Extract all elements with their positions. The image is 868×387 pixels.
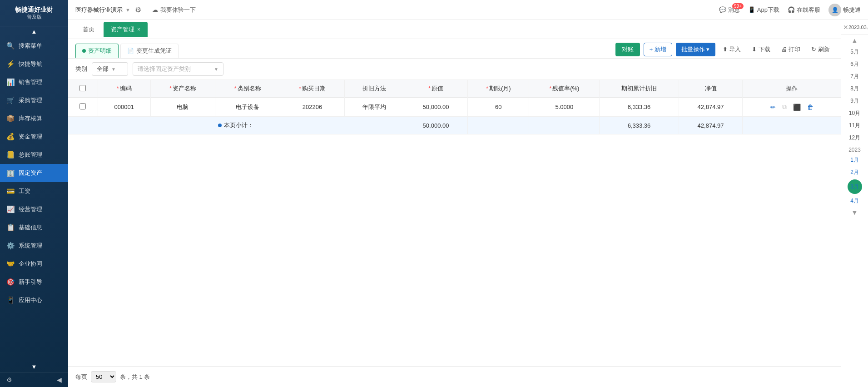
- cal-prev-month[interactable]: 6月: [841, 58, 868, 70]
- category-input[interactable]: 请选择固定资产类别 ▼: [133, 62, 223, 76]
- cal-month-4[interactable]: 4月: [841, 195, 868, 207]
- col-period: *期限(月): [468, 80, 529, 98]
- sidebar-scroll-down[interactable]: ▼: [0, 362, 68, 372]
- cal-month-2[interactable]: 2月: [841, 166, 868, 179]
- delete-btn[interactable]: 🗑: [805, 103, 815, 112]
- tab-home[interactable]: 首页: [75, 22, 102, 37]
- company-chevron: ▼: [125, 7, 130, 13]
- sidebar-item-search[interactable]: 🔍 搜索菜单: [0, 37, 68, 55]
- refresh-btn[interactable]: ↻ 刷新: [808, 43, 833, 56]
- tab-close-btn[interactable]: ×: [137, 26, 140, 33]
- rs-close-btn[interactable]: ✕: [843, 24, 848, 31]
- action-btns: ✏ ⧉ ⬛ 🗑: [748, 102, 835, 112]
- category-filter-label: 类别: [75, 65, 87, 73]
- cal-prev-month[interactable]: 8月: [841, 83, 868, 95]
- col-original_value: *原值: [404, 80, 467, 98]
- row-checkbox[interactable]: [79, 103, 86, 109]
- cal-prev-month[interactable]: 12月: [841, 132, 868, 144]
- batch-btn[interactable]: 批量操作 ▾: [676, 43, 715, 56]
- purchase-icon: 🛒: [6, 96, 15, 104]
- col-name: *资产名称: [150, 80, 215, 98]
- table-header-row: *编码*资产名称*类别名称*购买日期折旧方法*原值*期限(月)*残值率(%)期初…: [68, 80, 841, 98]
- company-selector[interactable]: 医疗器械行业演示 ▼: [75, 6, 130, 14]
- settings-icon[interactable]: ⚙: [6, 376, 12, 383]
- sidebar-item-inventory[interactable]: 📦 库存核算: [0, 109, 68, 128]
- reconcile-btn[interactable]: 对账: [615, 43, 640, 56]
- online-service-action[interactable]: 🎧 在线客服: [788, 6, 820, 14]
- cal-prev-month[interactable]: 11月: [841, 119, 868, 132]
- sub-tab-change-voucher[interactable]: 📄 变更生成凭证: [120, 44, 179, 58]
- sidebar-scroll-up[interactable]: ▲: [0, 26, 68, 37]
- cal-down-btn[interactable]: ▼: [841, 207, 868, 218]
- app-download-action[interactable]: 📱 App下载: [748, 6, 779, 14]
- sidebar-item-label: 应用中心: [19, 296, 42, 304]
- sidebar-item-guide[interactable]: 🎯 新手引导: [0, 273, 68, 291]
- cell-period: 60: [468, 98, 529, 117]
- col-actions: 操作: [743, 80, 841, 98]
- toolbar-right-area: 对账+ 新增批量操作 ▾⬆ 导入⬇ 下载🖨 打印↻ 刷新: [615, 43, 833, 58]
- message-icon: 💬: [719, 6, 726, 13]
- cal-prev-month[interactable]: 5月: [841, 46, 868, 58]
- sidebar-item-label: 系统管理: [19, 242, 42, 250]
- app-logo[interactable]: 畅捷通好业财 普及版: [0, 0, 68, 26]
- import-btn[interactable]: ⬆ 导入: [719, 43, 745, 56]
- page-size-select[interactable]: 102050100: [91, 371, 116, 382]
- tab-asset-manage[interactable]: 资产管理 ×: [104, 22, 148, 37]
- sidebar-item-cooperation[interactable]: 🤝 企业协同: [0, 255, 68, 273]
- sidebar-item-quick-nav[interactable]: ⚡ 快捷导航: [0, 55, 68, 73]
- right-sidebar: ✕ 2023.03 ⤢ ▲5月6月7月8月9月10月11月12月20231月2月…: [841, 20, 868, 387]
- cell-purchase_date: 202206: [280, 98, 345, 117]
- sidebar-item-fixed-assets[interactable]: 🏢 固定资产: [0, 164, 68, 182]
- cal-prev-month[interactable]: 10月: [841, 107, 868, 119]
- company-settings-icon[interactable]: ⚙: [135, 5, 141, 14]
- basic-info-icon: 📋: [6, 223, 15, 232]
- tab-label: 资产管理: [111, 25, 134, 34]
- subtotal-period: [468, 117, 529, 134]
- sidebar-item-basic-info[interactable]: 📋 基础信息: [0, 218, 68, 237]
- table-row: 000001电脑电子设备202206年限平均50,000.00605.00006…: [68, 98, 841, 117]
- sidebar-item-label: 经营管理: [19, 205, 42, 213]
- cell-name: 电脑: [150, 98, 215, 117]
- cal-prev-month[interactable]: 9月: [841, 95, 868, 107]
- sidebar-item-general-ledger[interactable]: 📒 总账管理: [0, 146, 68, 164]
- select-all-checkbox[interactable]: [79, 85, 86, 91]
- category-select[interactable]: 全部 ▼: [92, 62, 128, 76]
- messages-badge: 99+: [732, 3, 744, 9]
- cal-current-year: 2023: [841, 144, 868, 154]
- main-wrapper: 医疗器械行业演示 ▼ ⚙ ☁ 我要体验一下 💬 消息 99+ 📱 App下载 🎧…: [68, 0, 868, 387]
- sidebar-item-payroll[interactable]: 💳 工资: [0, 182, 68, 200]
- subtotal-net-value: 42,874.97: [679, 117, 742, 134]
- sidebar-item-label: 库存核算: [19, 114, 42, 123]
- cal-up-btn[interactable]: ▲: [841, 35, 868, 46]
- more-btn[interactable]: ⬛: [791, 103, 803, 112]
- copy-btn[interactable]: ⧉: [780, 102, 789, 112]
- sub-tab-asset-detail[interactable]: 资产明细: [75, 44, 119, 58]
- sidebar-item-label: 新手引导: [19, 278, 42, 286]
- user-action[interactable]: 👤 畅捷通: [828, 4, 861, 16]
- sidebar-item-app-center[interactable]: 📱 应用中心: [0, 291, 68, 309]
- new-btn[interactable]: + 新增: [644, 43, 672, 56]
- sidebar-item-funds[interactable]: 💰 资金管理: [0, 128, 68, 146]
- print-btn[interactable]: 🖨 打印: [778, 43, 804, 56]
- sidebar-footer: ⚙ ◀: [0, 372, 68, 387]
- messages-action[interactable]: 💬 消息 99+: [719, 6, 740, 14]
- cal-prev-month[interactable]: 7月: [841, 70, 868, 83]
- sidebar-item-purchase[interactable]: 🛒 采购管理: [0, 91, 68, 109]
- sidebar-item-label: 基础信息: [19, 223, 42, 232]
- required-mark: *: [486, 85, 488, 92]
- sidebar-item-system[interactable]: ⚙️ 系统管理: [0, 237, 68, 255]
- cal-month-3[interactable]: 3月: [848, 179, 862, 194]
- edit-btn[interactable]: ✏: [769, 103, 778, 112]
- sidebar-item-sales[interactable]: 📊 销售管理: [0, 73, 68, 91]
- sub-tab-label: 资产明细: [88, 47, 112, 55]
- download-btn[interactable]: ⬇ 下载: [748, 43, 774, 56]
- topbar-actions: 💬 消息 99+ 📱 App下载 🎧 在线客服 👤 畅捷通: [719, 4, 861, 16]
- table-wrap: *编码*资产名称*类别名称*购买日期折旧方法*原值*期限(月)*残值率(%)期初…: [68, 80, 841, 366]
- sidebar-item-business[interactable]: 📈 经营管理: [0, 200, 68, 218]
- collapse-icon[interactable]: ◀: [57, 376, 62, 383]
- subtotal-actions: [743, 117, 841, 134]
- cal-month-1[interactable]: 1月: [841, 154, 868, 166]
- table-footer: 每页 102050100 条，共 1 条: [68, 366, 841, 387]
- experience-btn[interactable]: ☁ 我要体验一下: [149, 4, 199, 16]
- calendar-section: ▲5月6月7月8月9月10月11月12月20231月2月3月4月▼: [841, 35, 868, 387]
